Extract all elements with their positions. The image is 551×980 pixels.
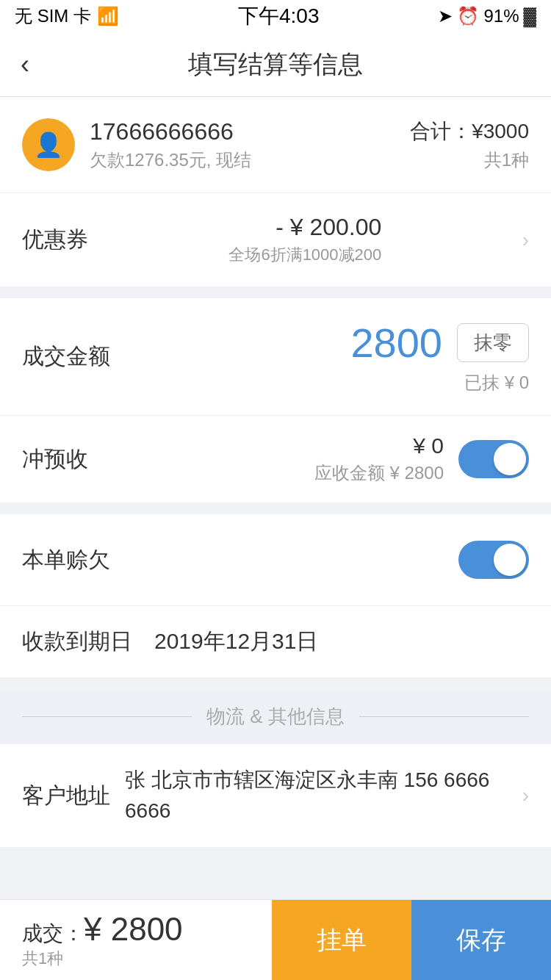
avatar: 👤	[22, 118, 75, 171]
status-time: 下午4:03	[238, 2, 320, 30]
deal-sub: 已抹 ¥ 0	[464, 371, 529, 394]
customer-right: 合计：¥3000 共1种	[410, 118, 529, 172]
coupon-label: 优惠券	[22, 225, 88, 255]
main-content: 👤 17666666666 欠款1276.35元, 现结 合计：¥3000 共1…	[0, 97, 551, 980]
customer-phone: 17666666666	[90, 118, 251, 145]
duedate-value: 2019年12月31日	[154, 627, 318, 657]
coupon-chevron-icon: ›	[522, 228, 529, 252]
divider-line-right	[359, 716, 529, 717]
section-divider: 物流 & 其他信息	[0, 689, 551, 744]
back-button[interactable]: ‹	[21, 49, 29, 80]
bottom-deal-count: 共1种	[22, 948, 250, 970]
bottom-deal-row: 成交：¥ 2800	[22, 911, 250, 948]
battery-icon: ▓	[524, 6, 537, 26]
divider-line-left	[22, 716, 192, 717]
hang-button[interactable]: 挂单	[272, 900, 411, 980]
address-label: 客户地址	[22, 781, 110, 811]
location-icon: ➤	[438, 6, 453, 26]
customer-card: 👤 17666666666 欠款1276.35元, 现结 合计：¥3000 共1…	[0, 97, 551, 287]
bottom-deal-prefix: 成交：	[22, 922, 84, 945]
prepay-toggle[interactable]	[458, 440, 529, 478]
bottom-bar: 成交：¥ 2800 共1种 挂单 保存	[0, 899, 551, 980]
sim-label: 无 SIM 卡	[15, 4, 91, 28]
prepay-sub: 应收金额 ¥ 2800	[314, 461, 444, 485]
customer-left: 👤 17666666666 欠款1276.35元, 现结	[22, 118, 251, 172]
customer-sub: 欠款1276.35元, 现结	[90, 148, 251, 172]
address-row[interactable]: 客户地址 张 北京市市辖区海淀区永丰南 156 6666 6666 ›	[0, 744, 551, 847]
deal-right: 2800 抹零	[350, 319, 529, 367]
credit-card: 本单赊欠 收款到期日 2019年12月31日	[0, 514, 551, 677]
deal-label: 成交金额	[22, 342, 110, 372]
status-left: 无 SIM 卡 📶	[15, 4, 119, 28]
order-total: 合计：¥3000	[410, 118, 529, 145]
bottom-buttons: 挂单 保存	[272, 900, 551, 980]
order-count: 共1种	[410, 148, 529, 172]
bottom-summary: 成交：¥ 2800 共1种	[0, 911, 272, 970]
nav-bar: ‹ 填写结算等信息	[0, 32, 551, 97]
coupon-discount: - ¥ 200.00	[228, 214, 381, 241]
divider-text: 物流 & 其他信息	[206, 704, 345, 729]
customer-row: 👤 17666666666 欠款1276.35元, 现结 合计：¥3000 共1…	[0, 97, 551, 192]
customer-info: 17666666666 欠款1276.35元, 现结	[90, 118, 251, 172]
credit-toggle-knob	[494, 544, 526, 576]
prepay-amount: ¥ 0	[314, 433, 444, 458]
total-label: 合计：	[410, 120, 472, 143]
deal-card: 成交金额 2800 抹零 已抹 ¥ 0 冲预收 ¥ 0 应收金额 ¥ 2800	[0, 298, 551, 502]
status-bar: 无 SIM 卡 📶 下午4:03 ➤ ⏰ 91% ▓	[0, 0, 551, 32]
credit-label: 本单赊欠	[22, 545, 110, 575]
prepay-right: ¥ 0 应收金额 ¥ 2800	[314, 433, 529, 485]
toggle-knob	[494, 443, 526, 475]
credit-toggle[interactable]	[458, 541, 529, 579]
page-title: 填写结算等信息	[188, 48, 363, 82]
bottom-deal-amount: ¥ 2800	[84, 911, 183, 947]
prepay-amount-wrap: ¥ 0 应收金额 ¥ 2800	[314, 433, 444, 485]
address-value: 张 北京市市辖区海淀区永丰南 156 6666 6666	[125, 765, 508, 826]
prepay-row: 冲预收 ¥ 0 应收金额 ¥ 2800	[0, 415, 551, 502]
battery-percent: 91%	[483, 6, 519, 26]
deal-amount-row: 成交金额 2800 抹零 已抹 ¥ 0	[0, 298, 551, 415]
deal-amount: 2800	[350, 319, 442, 367]
total-value: ¥3000	[472, 120, 529, 143]
avatar-icon: 👤	[34, 131, 63, 159]
save-button[interactable]: 保存	[411, 900, 551, 980]
duedate-label: 收款到期日	[22, 627, 132, 657]
prepay-label: 冲预收	[22, 444, 88, 475]
wifi-icon: 📶	[97, 6, 119, 26]
coupon-row[interactable]: 优惠券 - ¥ 200.00 全场6折满1000减200 ›	[0, 192, 551, 287]
address-chevron-icon: ›	[522, 784, 529, 807]
duedate-row: 收款到期日 2019年12月31日	[0, 605, 551, 677]
coupon-desc: 全场6折满1000减200	[228, 244, 381, 266]
status-right: ➤ ⏰ 91% ▓	[438, 6, 536, 26]
alarm-icon: ⏰	[457, 6, 479, 26]
credit-row: 本单赊欠	[0, 514, 551, 605]
round-button[interactable]: 抹零	[457, 323, 529, 362]
coupon-right: - ¥ 200.00 全场6折满1000减200	[228, 214, 381, 266]
